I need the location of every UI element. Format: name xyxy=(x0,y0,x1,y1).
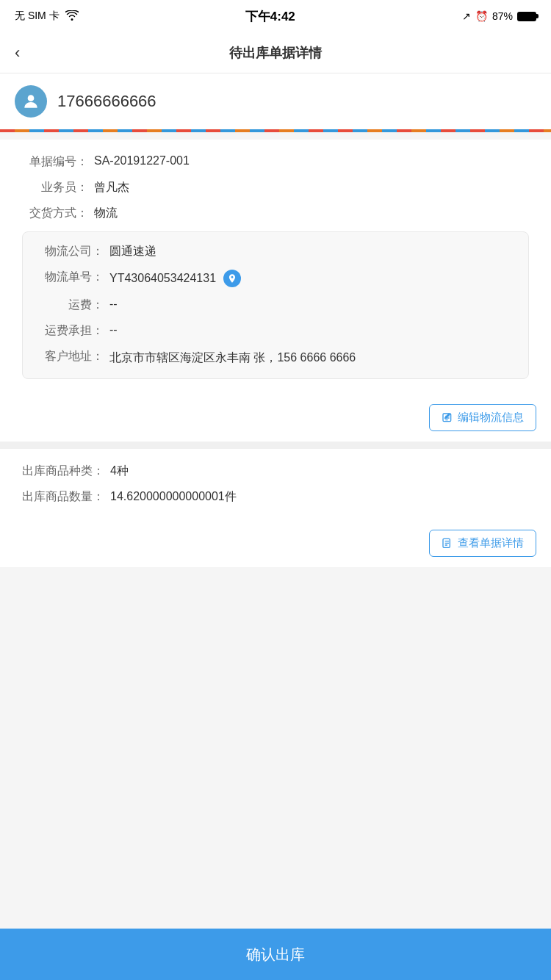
goods-types-value: 4种 xyxy=(110,464,529,479)
customer-header: 17666666666 xyxy=(0,73,551,129)
svg-point-0 xyxy=(28,95,35,101)
address-value: 北京市市辖区海淀区永丰南 张，156 6666 6666 xyxy=(109,349,514,367)
goods-section: 出库商品种类： 4种 出库商品数量： 14.620000000000001件 xyxy=(0,449,551,519)
freight-bearer-row: 运费承担： -- xyxy=(37,323,514,339)
address-row: 客户地址： 北京市市辖区海淀区永丰南 张，156 6666 6666 xyxy=(37,349,514,367)
document-icon xyxy=(442,538,453,550)
delivery-method-value: 物流 xyxy=(94,206,529,221)
location-service-icon: ↗ xyxy=(462,10,471,22)
tracking-number-text: YT43064053424131 xyxy=(109,272,216,285)
wifi-icon xyxy=(65,10,79,23)
tracking-location-icon[interactable] xyxy=(223,270,241,287)
color-divider xyxy=(0,129,551,132)
alarm-icon: ⏰ xyxy=(475,10,488,22)
section-divider xyxy=(0,442,551,449)
salesperson-value: 曾凡杰 xyxy=(94,180,529,195)
logistics-tracking-label: 物流单号： xyxy=(37,270,104,285)
view-details-button[interactable]: 查看单据详情 xyxy=(429,530,536,557)
logistics-tracking-value: YT43064053424131 xyxy=(109,270,514,287)
carrier-label: 无 SIM 卡 xyxy=(15,10,60,23)
avatar xyxy=(15,85,47,118)
salesperson-label: 业务员： xyxy=(22,180,88,195)
page-title: 待出库单据详情 xyxy=(229,44,322,62)
logistics-company-value: 圆通速递 xyxy=(109,244,514,259)
logistics-company-row: 物流公司： 圆通速递 xyxy=(37,244,514,259)
status-right: ↗ ⏰ 87% xyxy=(462,10,536,22)
back-button[interactable]: ‹ xyxy=(9,37,26,68)
nav-bar: ‹ 待出库单据详情 xyxy=(0,32,551,73)
delivery-method-label: 交货方式： xyxy=(22,206,88,221)
edit-btn-container: 编辑物流信息 xyxy=(0,394,551,442)
goods-types-label: 出库商品种类： xyxy=(22,464,104,479)
confirm-outbound-button[interactable]: 确认出库 xyxy=(0,929,551,980)
goods-quantity-value: 14.620000000000001件 xyxy=(110,489,529,505)
salesperson-row: 业务员： 曾凡杰 xyxy=(22,180,529,195)
freight-label: 运费： xyxy=(37,298,104,313)
freight-bearer-label: 运费承担： xyxy=(37,323,104,339)
customer-phone: 17666666666 xyxy=(57,92,156,111)
edit-logistics-button[interactable]: 编辑物流信息 xyxy=(429,404,536,431)
edit-logistics-label: 编辑物流信息 xyxy=(458,411,524,425)
battery-icon xyxy=(517,12,536,21)
address-label: 客户地址： xyxy=(37,349,104,364)
status-time: 下午4:42 xyxy=(245,8,295,25)
bottom-bar: 确认出库 xyxy=(0,929,551,980)
battery-percent: 87% xyxy=(492,10,513,22)
goods-types-row: 出库商品种类： 4种 xyxy=(22,464,529,479)
view-btn-container: 查看单据详情 xyxy=(0,519,551,567)
goods-quantity-label: 出库商品数量： xyxy=(22,489,104,505)
order-number-row: 单据编号： SA-20191227-001 xyxy=(22,154,529,170)
freight-row: 运费： -- xyxy=(37,298,514,313)
edit-icon xyxy=(442,412,453,424)
status-bar: 无 SIM 卡 下午4:42 ↗ ⏰ 87% xyxy=(0,0,551,32)
logistics-company-label: 物流公司： xyxy=(37,244,104,259)
delivery-method-row: 交货方式： 物流 xyxy=(22,206,529,221)
main-content: 17666666666 单据编号： SA-20191227-001 业务员： 曾… xyxy=(0,73,551,765)
logistics-card: 物流公司： 圆通速递 物流单号： YT43064053424131 运费： -- xyxy=(22,231,529,379)
logistics-tracking-row: 物流单号： YT43064053424131 xyxy=(37,270,514,287)
freight-bearer-value: -- xyxy=(109,323,514,336)
empty-space xyxy=(0,567,551,714)
freight-value: -- xyxy=(109,298,514,311)
view-details-label: 查看单据详情 xyxy=(458,536,524,550)
goods-quantity-row: 出库商品数量： 14.620000000000001件 xyxy=(22,489,529,505)
order-info-section: 单据编号： SA-20191227-001 业务员： 曾凡杰 交货方式： 物流 … xyxy=(0,140,551,394)
order-number-value: SA-20191227-001 xyxy=(94,154,529,167)
status-left: 无 SIM 卡 xyxy=(15,10,79,23)
order-number-label: 单据编号： xyxy=(22,154,88,170)
